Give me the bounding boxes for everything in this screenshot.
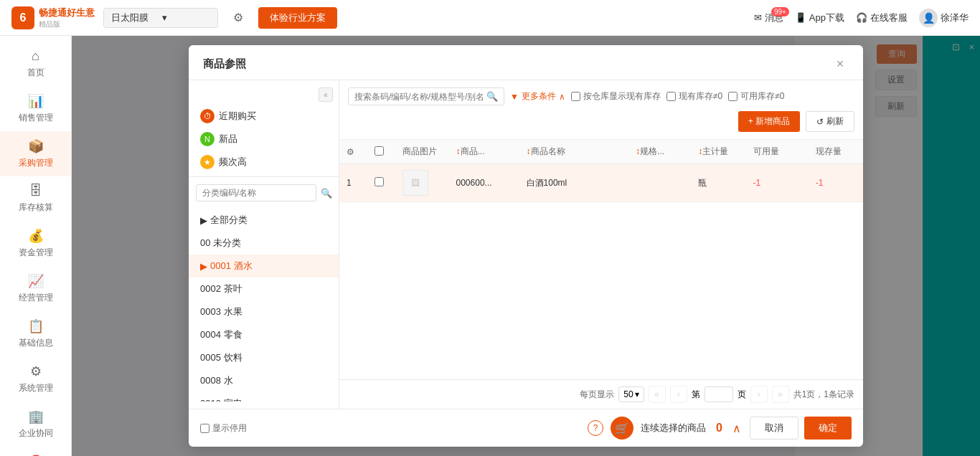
table-header: ⚙ 商品图片 ↕商品... ↕商品名称 [339,140,863,164]
col-available-header: 可用量 [746,140,809,164]
modal-left-panel: « ⏱ 近期购买 N 新品 [189,80,339,409]
modal-close-btn[interactable]: × [831,55,849,72]
warehouse-checkbox[interactable] [571,92,580,101]
product-search-input[interactable] [354,92,484,102]
cart-btn[interactable]: 🛒 [611,417,633,440]
row-check[interactable] [367,164,395,202]
product-table: ⚙ 商品图片 ↕商品... ↕商品名称 [339,140,863,202]
sidebar-item-inventory[interactable]: 🗄 库存核算 [0,176,71,221]
main-area: × ⊡ 查询 设置 刷新 商品参照 × [72,36,980,456]
category-search-input[interactable] [196,184,316,201]
row-stock: -1 [809,164,863,202]
available-nonzero-checkbox[interactable] [666,92,676,101]
last-page-btn[interactable]: » [772,386,789,403]
nav-dropdown[interactable]: 日太阳膜 ▾ [103,8,218,28]
page-input[interactable]: 1 [705,386,733,402]
category-00[interactable]: 00 未分类 [189,232,339,255]
sidebar-item-basic-info[interactable]: 📋 基础信息 [0,311,71,356]
show-disabled-checkbox[interactable] [200,424,209,433]
phone-icon: 📱 [795,12,806,23]
messages-btn[interactable]: ✉ 消息 99+ [754,11,783,24]
left-nav-new[interactable]: N 新品 [193,128,334,151]
modal-right-panel: 🔍 ▼ 更多条件 ∧ 按仓库显示现有库存 [339,80,863,409]
message-badge: 99+ [771,7,789,16]
app-download-btn[interactable]: 📱 App下载 [795,11,844,24]
col-spec-header[interactable]: ↕规格... [628,140,691,164]
gear-button[interactable]: ⚙ [227,6,250,29]
available-nonzero-label[interactable]: 现有库存≠0 [666,90,722,103]
category-0002[interactable]: 0002 茶叶 [189,277,339,300]
category-0010[interactable]: 0010 家电 [189,392,339,402]
col-img-header: 商品图片 [395,140,448,164]
col-name-header[interactable]: ↕商品名称 [519,140,629,164]
prev-page-btn[interactable]: ‹ [670,386,687,403]
user-avatar[interactable]: 👤 徐泽华 [919,9,969,27]
recent-icon: ⏱ [200,109,215,123]
select-all-checkbox[interactable] [374,146,384,156]
left-nav-freq[interactable]: ★ 频次高 [193,151,334,174]
trial-btn[interactable]: 体验行业方案 [258,7,337,29]
category-search: 🔍 [189,180,339,206]
sidebar-item-enterprise[interactable]: 🏢 企业协同 [0,402,71,447]
left-nav-recent[interactable]: ⏱ 近期购买 [193,105,334,128]
sidebar-item-purchase[interactable]: 📦 采购管理 [0,131,71,176]
per-page-chevron-icon: ▾ [635,389,639,399]
sort-icon2: ↕ [527,146,531,156]
sales-icon: 📊 [28,93,44,109]
refresh-icon: ↺ [816,117,824,127]
modal-title: 商品参照 [203,57,246,71]
add-product-btn[interactable]: + 新增商品 [738,111,800,132]
modal-header: 商品参照 × [189,45,863,80]
category-0008[interactable]: 0008 水 [189,369,339,392]
footer-collapse-icon[interactable]: ∧ [732,422,741,435]
category-search-icon[interactable]: 🔍 [321,188,332,199]
sidebar-item-operations[interactable]: 📈 经营管理 [0,266,71,311]
online-service-btn[interactable]: 🎧 在线客服 [856,11,908,24]
col-code-header[interactable]: ↕商品... [449,140,519,164]
sidebar-item-system[interactable]: ⚙ 系统管理 [0,356,71,402]
category-0005[interactable]: 0005 饮料 [189,346,339,369]
warehouse-checkbox-label[interactable]: 按仓库显示现有库存 [571,90,661,103]
message-icon: ✉ [754,12,762,23]
show-disabled-label[interactable]: 显示停用 [200,422,247,434]
row-num: 1 [339,164,367,202]
category-0001[interactable]: ▶ 0001 酒水 [189,255,339,277]
left-nav: ⏱ 近期购买 N 新品 ★ 频次高 [189,105,339,174]
help-btn[interactable]: ? [588,420,603,436]
cancel-btn[interactable]: 取消 [750,417,798,440]
sidebar-item-sales[interactable]: 📊 销售管理 [0,86,71,131]
refresh-btn[interactable]: ↺ 刷新 [806,111,854,132]
category-0003[interactable]: 0003 水果 [189,300,339,323]
usable-nonzero-checkbox[interactable] [728,92,738,101]
page-label: 第 [692,389,700,401]
sidebar: ⌂ 首页 📊 销售管理 📦 采购管理 🗄 库存核算 💰 资金管理 📈 经营管理 … [0,36,72,456]
col-settings[interactable]: ⚙ [339,140,367,164]
sort-icon3: ↕ [636,146,640,156]
usable-nonzero-label[interactable]: 可用库存≠0 [728,90,784,103]
col-check [367,140,395,164]
sidebar-item-guide[interactable]: 🎯 新手引导 [0,447,71,456]
divider [189,176,339,177]
inventory-icon: 🗄 [29,184,42,199]
per-page-select[interactable]: 50 ▾ [618,386,644,402]
more-filter-btn[interactable]: ▼ 更多条件 ∧ [510,90,565,103]
nav-label: 日太阳膜 [111,11,159,24]
confirm-btn[interactable]: 确定 [804,417,852,440]
col-unit-header[interactable]: ↕主计量 [691,140,745,164]
sidebar-item-finance[interactable]: 💰 资金管理 [0,221,71,266]
category-all[interactable]: ▶ 全部分类 [189,209,339,232]
modal-overlay: 商品参照 × « ⏱ 近期 [72,36,980,456]
first-page-btn[interactable]: « [649,386,666,403]
filter-icon: ▼ [510,92,519,102]
collapse-left-btn[interactable]: « [319,87,333,102]
logo: 6 畅捷通好生意 精品版 [11,6,95,29]
headset-icon: 🎧 [856,12,867,23]
sidebar-item-home[interactable]: ⌂ 首页 [0,42,71,86]
product-search-icon[interactable]: 🔍 [486,91,498,102]
toolbar-actions: + 新增商品 ↺ 刷新 [738,111,854,132]
logo-text: 畅捷通好生意 精品版 [39,6,95,29]
category-0004[interactable]: 0004 零食 [189,323,339,346]
purchase-icon: 📦 [28,138,44,154]
next-page-btn[interactable]: › [750,386,768,403]
table-row[interactable]: 1 🖼 000600... 白酒100ml [339,164,863,202]
